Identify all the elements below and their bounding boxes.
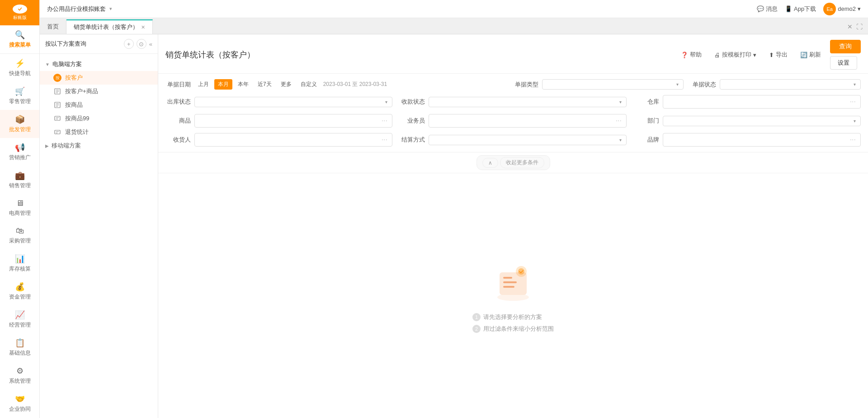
date-tab-this-month[interactable]: 本月 [214, 79, 232, 90]
tab-close-icon[interactable]: ✕ [141, 24, 145, 30]
by-customer-icon: 按 [53, 74, 61, 82]
svg-rect-19 [503, 286, 514, 288]
settle-label: 结算方式 [400, 136, 425, 144]
department-arrow: ▾ [854, 119, 856, 124]
inventory-icon: 📊 [15, 254, 25, 264]
collect-status-arrow: ▾ [619, 100, 622, 104]
date-tab-custom[interactable]: 自定义 [297, 79, 321, 90]
print-icon: 🖨 [714, 52, 720, 58]
collapse-panel-button[interactable]: « [149, 41, 152, 48]
user-dropdown-icon: ▾ [858, 5, 861, 12]
settings-button[interactable]: 设置 [830, 56, 857, 70]
quick-nav-icon: ⚡ [15, 58, 25, 68]
tree-group-mobile[interactable]: ▶ 移动端方案 [40, 139, 158, 152]
export-button[interactable]: ⬆ 导出 [765, 49, 791, 61]
refresh-button[interactable]: 🔄 刷新 [797, 49, 825, 61]
sidebar-item-cooperation[interactable]: 🤝 企业协同 [0, 390, 39, 418]
out-status-select[interactable]: ▾ [194, 97, 392, 107]
filter-col-consignee: 收货人 ··· [165, 133, 392, 147]
department-label: 部门 [634, 117, 659, 125]
sidebar-item-basic[interactable]: 📋 基础信息 [0, 333, 39, 361]
warehouse-dots[interactable]: ··· [850, 98, 856, 106]
sidebar-item-inventory[interactable]: 📊 库存核算 [0, 249, 39, 277]
tab-home[interactable]: 首页 [40, 19, 66, 34]
tabbar: 首页 销货单统计表（按客户） ✕ ✕ ⛶ [40, 18, 868, 34]
brand-dots[interactable]: ··· [850, 136, 856, 144]
add-scheme-button[interactable]: + [124, 39, 134, 49]
collect-status-label: 收款状态 [400, 98, 425, 106]
tree-item-by-product-99[interactable]: 按商品99 [40, 112, 158, 125]
product-dots[interactable]: ··· [382, 117, 387, 125]
sidebar-item-quick-nav[interactable]: ⚡ 快捷导航 [0, 54, 39, 82]
doc-type-select[interactable]: ▾ [542, 79, 684, 90]
filter-col-product: 商品 ··· [165, 114, 392, 128]
query-button[interactable]: 查询 [830, 40, 861, 53]
sidebar-item-business[interactable]: 📈 经营管理 [0, 305, 39, 333]
help-button[interactable]: ❓ 帮助 [677, 49, 705, 61]
doc-status-select[interactable]: ▾ [720, 79, 861, 90]
consignee-input[interactable]: ··· [194, 133, 392, 147]
print-dropdown-icon: ▾ [753, 52, 756, 58]
svg-point-21 [518, 268, 524, 275]
export-icon: ⬆ [769, 52, 774, 58]
app-download-button[interactable]: 📱 App下载 [785, 5, 816, 13]
topbar-title: 办公用品行业模拟账套 [47, 5, 106, 13]
close-window-icon[interactable]: ✕ [847, 23, 853, 30]
filter-row-1: 单据日期 上月 本月 本年 近7天 更多 自定义 2023-03-01 至 20… [165, 79, 861, 90]
message-button[interactable]: 💬 消息 [757, 5, 778, 13]
brand-input[interactable]: ··· [663, 133, 861, 147]
tree-item-by-customer-product[interactable]: 按客户+商品 [40, 85, 158, 98]
date-label: 单据日期 [165, 81, 191, 89]
tree-item-by-customer[interactable]: 按 按客户 [40, 71, 158, 85]
sidebar-item-ecommerce[interactable]: 🖥 电商管理 [0, 194, 39, 222]
svg-rect-9 [55, 116, 60, 120]
tree-group-mobile-arrow: ▶ [45, 143, 49, 148]
sidebar-item-retail[interactable]: 🛒 零售管理 [0, 82, 39, 110]
date-tab-last-month[interactable]: 上月 [194, 79, 212, 90]
print-button[interactable]: 🖨 按模板打印 ▾ [711, 49, 760, 61]
svg-rect-18 [503, 281, 517, 283]
scheme-settings-button[interactable]: ⊙ [137, 39, 146, 49]
empty-tip-2: 2 用过滤条件来缩小分析范围 [472, 325, 554, 333]
sidebar-item-marketing[interactable]: 📢 营销推广 [0, 138, 39, 166]
sidebar-item-sales[interactable]: 💼 销售管理 [0, 166, 39, 194]
purchase-icon: 🛍 [16, 226, 24, 236]
filter-col-brand: 品牌 ··· [634, 133, 861, 147]
topbar-dropdown-icon[interactable]: ▾ [109, 6, 112, 12]
by-customer-product-icon [53, 87, 61, 95]
date-tab-this-year[interactable]: 本年 [234, 79, 252, 90]
salesperson-dots[interactable]: ··· [616, 117, 622, 125]
svg-rect-12 [55, 130, 60, 134]
empty-icon [486, 259, 540, 304]
date-tab-7days[interactable]: 近7天 [254, 79, 275, 90]
maximize-icon[interactable]: ⛶ [856, 23, 863, 30]
doc-type-arrow: ▾ [676, 82, 679, 87]
sidebar-item-wholesale[interactable]: 📦 批发管理 [0, 110, 39, 138]
collapse-bar[interactable]: ∧ 收起更多条件 [158, 152, 868, 173]
product-label: 商品 [165, 117, 191, 125]
sidebar-item-system[interactable]: ⚙ 系统管理 [0, 361, 39, 390]
department-select[interactable]: ▾ [663, 116, 861, 126]
tree-item-return-stat[interactable]: 退货统计 [40, 125, 158, 139]
warehouse-input[interactable]: ··· [663, 95, 861, 109]
sidebar-item-finance[interactable]: 💰 资金管理 [0, 277, 39, 305]
left-panel-header: 按以下方案查询 + ⊙ « [40, 34, 158, 54]
settle-select[interactable]: ▾ [429, 135, 627, 145]
product-input[interactable]: ··· [194, 114, 392, 128]
tree-group-desktop[interactable]: ▼ 电脑端方案 [40, 57, 158, 71]
tree-item-by-product[interactable]: 按商品 [40, 98, 158, 112]
filter-col-doctype: 单据类型 ▾ [513, 79, 684, 90]
empty-state: 1 请先选择要分析的方案 2 用过滤条件来缩小分析范围 [158, 173, 868, 418]
page-title: 销货单统计表（按客户） [165, 49, 255, 60]
salesperson-input[interactable]: ··· [429, 114, 627, 128]
sidebar-item-purchase[interactable]: 🛍 采购管理 [0, 222, 39, 249]
user-menu[interactable]: Ea demo2 ▾ [823, 3, 861, 15]
sidebar-item-search-menu[interactable]: 🔍 搜索菜单 [0, 25, 39, 54]
tab-sales-stat[interactable]: 销货单统计表（按客户） ✕ [66, 19, 153, 34]
date-tab-more[interactable]: 更多 [277, 79, 295, 90]
consignee-dots[interactable]: ··· [382, 136, 387, 144]
collect-status-select[interactable]: ▾ [429, 97, 627, 107]
tab-maximize-area: ✕ ⛶ [842, 19, 868, 34]
filter-row-2: 出库状态 ▾ 收款状态 ▾ 仓库 [165, 95, 861, 109]
filter-col-department: 部门 ▾ [634, 116, 861, 126]
